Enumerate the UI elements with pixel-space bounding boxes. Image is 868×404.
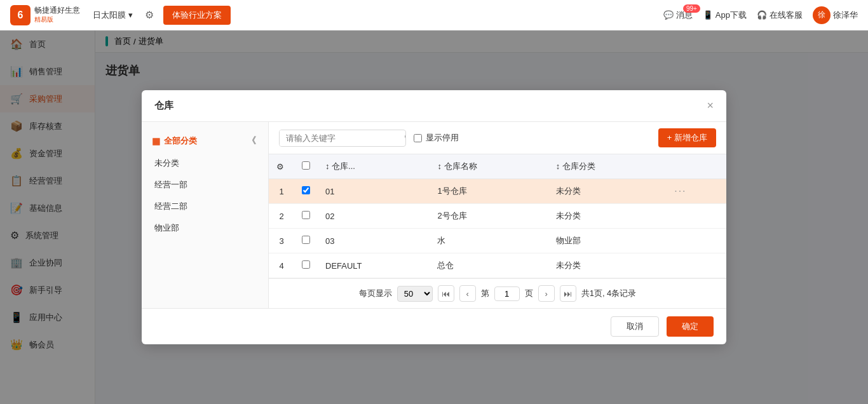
- row-actions: [667, 229, 726, 253]
- row-num: 4: [269, 253, 294, 278]
- avatar: 徐: [813, 6, 831, 24]
- logo-name: 畅捷通好生意: [34, 6, 80, 16]
- row-num: 2: [269, 204, 294, 229]
- modal-footer: 取消 确定: [142, 308, 726, 344]
- settings-icon[interactable]: ⚙: [276, 162, 284, 172]
- message-icon: 💬: [663, 10, 674, 20]
- category-item-unclassified[interactable]: 未分类: [142, 152, 268, 174]
- row-category: 物业部: [548, 229, 667, 253]
- header-right: 💬 消息 99+ 📱 App下载 🎧 在线客服 徐 徐泽华: [663, 6, 858, 24]
- show-disabled-label[interactable]: 显示停用: [414, 132, 459, 144]
- logo-icon: 6: [10, 5, 31, 25]
- row-name: 总仓: [430, 253, 548, 278]
- grid-icon: ▦: [152, 136, 160, 146]
- username: 徐泽华: [833, 10, 858, 21]
- show-disabled-checkbox[interactable]: [414, 134, 422, 142]
- row-name: 1号仓库: [430, 179, 548, 204]
- mobile-icon: 📱: [703, 10, 713, 20]
- table-row[interactable]: 4 DEFAULT 总仓 未分类: [269, 253, 726, 278]
- table-row[interactable]: 1 01 1号仓库 未分类 ···: [269, 179, 726, 204]
- logo-sub: 精易版: [34, 15, 80, 24]
- warehouse-modal: 仓库 × ▦ 全部分类 《 未分类 经营一部: [142, 90, 726, 344]
- row-checkbox-cell: [294, 204, 318, 229]
- search-button[interactable]: 🔍: [399, 133, 406, 143]
- modal-title: 仓库: [154, 100, 173, 112]
- message-badge: 99+: [683, 4, 700, 13]
- row-actions: ···: [667, 179, 726, 204]
- row-checkbox[interactable]: [302, 236, 310, 244]
- page-input[interactable]: [494, 286, 520, 301]
- row-checkbox-cell: [294, 229, 318, 253]
- prev-page-button[interactable]: ‹: [459, 285, 476, 302]
- row-actions: [667, 204, 726, 229]
- row-name: 2号仓库: [430, 204, 548, 229]
- per-page-label: 每页显示: [359, 288, 392, 299]
- select-all-checkbox[interactable]: [302, 161, 310, 170]
- table-row[interactable]: 2 02 2号仓库 未分类: [269, 204, 726, 229]
- sort-icon2: ↕: [437, 161, 444, 171]
- row-category: 未分类: [548, 179, 667, 204]
- new-warehouse-button[interactable]: + 新增仓库: [658, 128, 716, 147]
- online-service-label: 在线客服: [770, 10, 803, 21]
- header-code: ↕ 仓库...: [318, 154, 430, 179]
- cancel-button[interactable]: 取消: [611, 316, 659, 337]
- modal-header: 仓库 ×: [142, 90, 726, 122]
- row-code: 01: [318, 179, 430, 204]
- logo-area: 6 畅捷通好生意 精易版: [10, 5, 80, 25]
- store-name: 日太阳膜: [93, 10, 126, 21]
- store-selector[interactable]: 日太阳膜 ▾: [93, 10, 133, 21]
- header-actions: [667, 154, 726, 179]
- pagination: 每页显示 50 10 20 100 ⏮ ‹ 第 页 › ⏭ 共1页, 4条记录: [269, 278, 726, 308]
- close-button[interactable]: ×: [707, 99, 714, 112]
- page-suffix: 页: [525, 288, 533, 299]
- row-num: 3: [269, 229, 294, 253]
- table-scroll: ⚙ ↕ 仓库... ↕: [269, 154, 726, 278]
- table-toolbar: 🔍 显示停用 + 新增仓库: [269, 122, 726, 154]
- row-category: 未分类: [548, 253, 667, 278]
- category-item-property[interactable]: 物业部: [142, 217, 268, 239]
- headset-icon: 🎧: [757, 10, 767, 20]
- collapse-button[interactable]: 《: [245, 135, 258, 147]
- all-category-label[interactable]: 全部分类: [164, 135, 197, 147]
- table-row[interactable]: 3 03 水 物业部: [269, 229, 726, 253]
- header-settings: ⚙: [269, 154, 294, 179]
- app-download-label: App下载: [715, 10, 747, 21]
- search-wrap: 🔍: [279, 130, 406, 147]
- user-profile[interactable]: 徐 徐泽华: [813, 6, 858, 24]
- search-input[interactable]: [280, 130, 399, 146]
- next-page-button[interactable]: ›: [538, 285, 555, 302]
- category-sidebar: ▦ 全部分类 《 未分类 经营一部 经营二部 物业部: [142, 122, 269, 308]
- row-checkbox[interactable]: [302, 211, 310, 219]
- row-name: 水: [430, 229, 548, 253]
- row-code: 02: [318, 204, 430, 229]
- header-checkbox-cell: [294, 154, 318, 179]
- last-page-button[interactable]: ⏭: [560, 285, 576, 302]
- trial-button[interactable]: 体验行业方案: [163, 6, 231, 25]
- app-download-button[interactable]: 📱 App下载: [703, 10, 747, 21]
- message-button[interactable]: 💬 消息 99+: [663, 10, 693, 21]
- first-page-button[interactable]: ⏮: [438, 285, 454, 302]
- row-code: DEFAULT: [318, 253, 430, 278]
- row-checkbox[interactable]: [302, 186, 310, 194]
- settings-icon[interactable]: ⚙: [140, 6, 158, 24]
- chevron-down-icon: ▾: [128, 10, 133, 20]
- confirm-button[interactable]: 确定: [667, 316, 714, 337]
- page-label: 第: [481, 288, 489, 299]
- modal-overlay: 仓库 × ▦ 全部分类 《 未分类 经营一部: [0, 30, 868, 404]
- warehouse-table: ⚙ ↕ 仓库... ↕: [269, 154, 726, 278]
- table-area: 🔍 显示停用 + 新增仓库 ⚙: [269, 122, 726, 308]
- per-page-select[interactable]: 50 10 20 100: [397, 286, 433, 302]
- row-num: 1: [269, 179, 294, 204]
- row-checkbox[interactable]: [302, 260, 310, 269]
- more-icon[interactable]: ···: [674, 185, 686, 196]
- modal-body: ▦ 全部分类 《 未分类 经营一部 经营二部 物业部: [142, 122, 726, 308]
- header-category: ↕ 仓库分类: [548, 154, 667, 179]
- online-service-button[interactable]: 🎧 在线客服: [757, 10, 803, 21]
- sort-icon3: ↕: [556, 161, 562, 171]
- top-header: 6 畅捷通好生意 精易版 日太阳膜 ▾ ⚙ 体验行业方案 💬 消息 99+ 📱 …: [0, 0, 868, 30]
- category-item-operation1[interactable]: 经营一部: [142, 174, 268, 196]
- table-header-row: ⚙ ↕ 仓库... ↕: [269, 154, 726, 179]
- sort-icon: ↕: [325, 161, 332, 171]
- category-item-operation2[interactable]: 经营二部: [142, 196, 268, 217]
- table-body: 1 01 1号仓库 未分类 ··· 2 02 2号仓库 未分类 3 03 水 物…: [269, 179, 726, 278]
